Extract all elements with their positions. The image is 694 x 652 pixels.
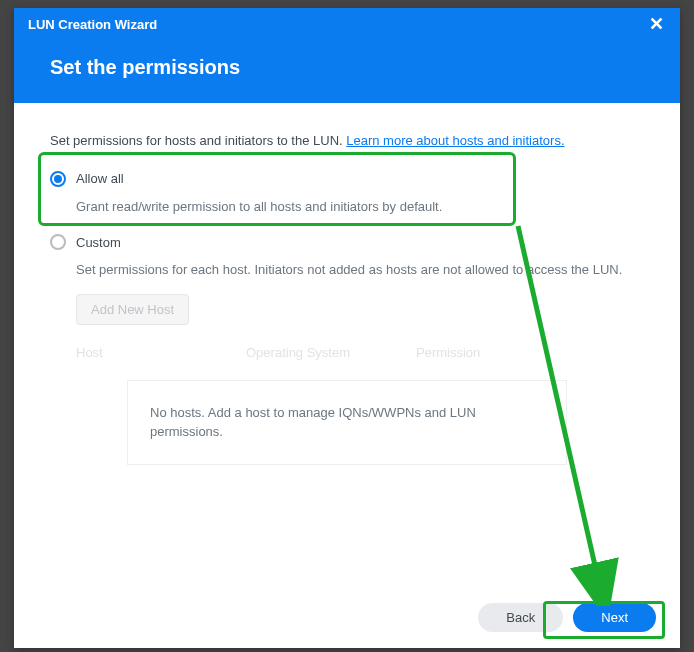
- close-icon[interactable]: ✕: [646, 13, 666, 35]
- learn-more-link[interactable]: Learn more about hosts and initiators.: [346, 133, 564, 148]
- wizard-window: LUN Creation Wizard ✕ Set the permission…: [14, 8, 680, 648]
- hosts-table-header: Host Operating System Permission: [76, 345, 644, 360]
- radio-row-custom[interactable]: Custom: [50, 234, 644, 250]
- intro-text-part: Set permissions for hosts and initiators…: [50, 133, 346, 148]
- radio-desc-allow-all: Grant read/write permission to all hosts…: [76, 197, 644, 217]
- radio-option-custom[interactable]: Custom Set permissions for each host. In…: [50, 234, 644, 325]
- permission-radio-group: Allow all Grant read/write permission to…: [50, 171, 644, 325]
- next-button[interactable]: Next: [573, 603, 656, 632]
- wizard-footer: Back Next: [14, 587, 680, 648]
- column-header-host: Host: [76, 345, 246, 360]
- radio-input-allow-all[interactable]: [50, 171, 66, 187]
- radio-option-allow-all[interactable]: Allow all Grant read/write permission to…: [50, 171, 644, 217]
- radio-desc-custom: Set permissions for each host. Initiator…: [76, 260, 644, 280]
- radio-row-allow-all[interactable]: Allow all: [50, 171, 644, 187]
- radio-label-custom: Custom: [76, 235, 121, 250]
- header-section: Set the permissions: [14, 40, 680, 103]
- back-button[interactable]: Back: [478, 603, 563, 632]
- title-bar: LUN Creation Wizard ✕: [14, 8, 680, 40]
- hosts-empty-state: No hosts. Add a host to manage IQNs/WWPN…: [127, 380, 567, 465]
- intro-text: Set permissions for hosts and initiators…: [50, 131, 644, 151]
- radio-label-allow-all: Allow all: [76, 171, 124, 186]
- column-header-os: Operating System: [246, 345, 416, 360]
- content-area: Set permissions for hosts and initiators…: [14, 103, 680, 587]
- add-new-host-button[interactable]: Add New Host: [76, 294, 189, 325]
- page-title: Set the permissions: [50, 56, 644, 79]
- column-header-permission: Permission: [416, 345, 644, 360]
- window-title: LUN Creation Wizard: [28, 17, 157, 32]
- radio-input-custom[interactable]: [50, 234, 66, 250]
